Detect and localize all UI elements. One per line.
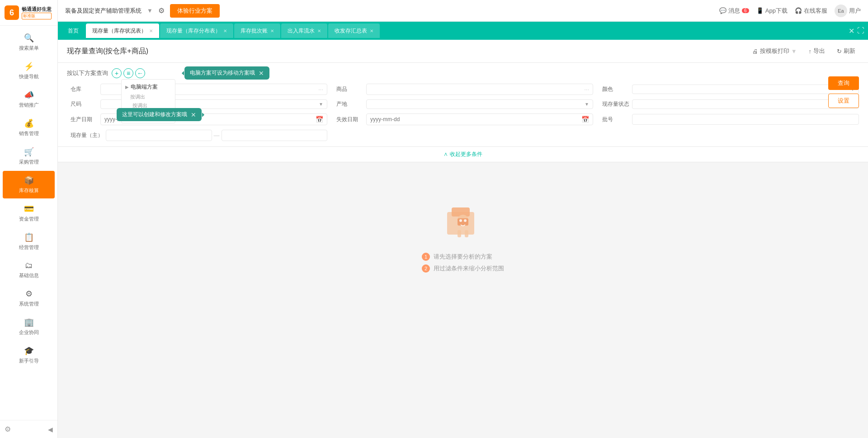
sidebar-item-purchase[interactable]: 🛒采购管理 (3, 142, 55, 170)
sidebar-item-inventory[interactable]: 📦库存核算 (3, 171, 55, 198)
scheme-item-1[interactable]: 按调出 (122, 93, 175, 101)
tab-inout-flow[interactable]: 出入库流水✕ (281, 24, 327, 38)
tab-label-inventory-dist: 现存量（库存分布表） (166, 27, 221, 35)
system-name: 装备及固定资产辅助管理系统 (65, 7, 142, 15)
tab-batch-ledger[interactable]: 库存批次账✕ (234, 24, 280, 38)
tab-close-inventory-status[interactable]: ✕ (149, 28, 153, 33)
sales-label: 销售管理 (19, 130, 39, 137)
tab-label-inout-flow: 出入库流水 (288, 27, 315, 35)
refresh-btn[interactable]: ↻ 刷新 (833, 45, 859, 57)
sidebar-item-enterprise[interactable]: 🏢企业协同 (3, 313, 55, 340)
svg-point-5 (464, 219, 467, 222)
sidebar-item-guide[interactable]: 🎓新手引导 (3, 341, 55, 369)
experience-btn[interactable]: 体验行业方案 (170, 4, 220, 18)
svg-rect-1 (452, 207, 470, 217)
purchase-label: 采购管理 (19, 159, 39, 165)
production-date-icon[interactable]: 📅 (316, 116, 323, 123)
sidebar-item-marketing[interactable]: 📣营销推广 (3, 85, 55, 113)
user-avatar: Ea (835, 5, 847, 17)
operation-label: 经营管理 (19, 244, 39, 251)
tab-recv-send[interactable]: 收发存汇总表✕ (328, 24, 380, 38)
print-icon: 🖨 (752, 48, 758, 55)
batch-no-input[interactable] (636, 116, 855, 122)
basic-label: 基础信息 (19, 272, 39, 279)
quick-nav-label: 快捷导航 (19, 73, 39, 80)
size-arrow[interactable]: ▼ (319, 102, 323, 107)
enterprise-label: 企业协同 (19, 329, 39, 336)
expiry-date-icon[interactable]: 📅 (581, 116, 589, 123)
tab-close-batch-ledger[interactable]: ✕ (270, 28, 274, 33)
topbar-dropdown-icon[interactable]: ▼ (147, 7, 153, 14)
purchase-icon: 🛒 (24, 147, 34, 157)
warehouse-dots[interactable]: ··· (318, 86, 323, 93)
inventory-main-to-input[interactable] (226, 132, 324, 139)
basic-icon: 🗂 (25, 261, 33, 270)
sidebar-item-system[interactable]: ⚙系统管理 (3, 284, 55, 312)
online-service-btn[interactable]: 🎧 在线客服 (795, 7, 827, 15)
tab-close-recv-send[interactable]: ✕ (370, 28, 373, 33)
add-scheme-btn[interactable]: + (112, 68, 122, 78)
search-btn[interactable]: 查询 (828, 76, 859, 90)
svg-rect-3 (458, 218, 468, 226)
print-btn[interactable]: 🖨 按模板打印 ▼ (749, 45, 801, 57)
reset-btn[interactable]: 设置 (828, 94, 859, 108)
marketing-icon: 📣 (24, 90, 34, 100)
logo-text: 畅通通好生意 标准版 (22, 6, 52, 19)
sidebar-item-basic[interactable]: 🗂基础信息 (3, 256, 55, 283)
back-scheme-btn[interactable]: ← (135, 68, 145, 78)
system-icon: ⚙ (25, 289, 33, 299)
page-actions: 🖨 按模板打印 ▼ ↑ 导出 ↻ 刷新 (749, 45, 859, 57)
refresh-icon: ↻ (837, 48, 842, 55)
message-icon: 💬 (719, 7, 726, 14)
origin-arrow[interactable]: ▼ (585, 102, 589, 107)
tab-label-recv-send: 收发存汇总表 (335, 27, 367, 35)
sidebar-bottom: ⚙ ◀ (0, 420, 57, 438)
guide-icon: 🎓 (24, 346, 34, 356)
svg-rect-6 (458, 230, 461, 237)
field-expiry-date: 失效日期 📅 (336, 113, 593, 125)
collapse-bar[interactable]: ∧ 收起更多条件 (58, 147, 868, 162)
tab-close-inventory-dist[interactable]: ✕ (223, 28, 227, 33)
edit-scheme-btn[interactable]: ≡ (123, 68, 133, 78)
filter-section: 按以下方案查询 + ≡ ← 电脑方案可设为移动方案哦 ✕ ▶ 电脑端方案 (58, 63, 868, 147)
tab-fullscreen-icon[interactable]: ⛶ (857, 27, 864, 35)
empty-tip-2: 2 用过滤条件来缩小分析范围 (422, 264, 504, 273)
enterprise-icon: 🏢 (24, 317, 34, 327)
marketing-label: 营销推广 (19, 102, 39, 108)
system-label: 系统管理 (19, 301, 39, 307)
search-buttons: 查询 设置 (828, 76, 859, 108)
empty-state: 1 请先选择要分析的方案 2 用过滤条件来缩小分析范围 (58, 162, 868, 309)
sidebar-item-sales[interactable]: 💰销售管理 (3, 114, 55, 141)
tooltip2-close[interactable]: ✕ (191, 111, 196, 118)
empty-tips: 1 请先选择要分析的方案 2 用过滤条件来缩小分析范围 (422, 253, 504, 273)
sidebar-item-quick-nav[interactable]: ⚡快捷导航 (3, 57, 55, 85)
field-size: 尺码 ▼ (71, 99, 327, 109)
operation-icon: 📋 (24, 232, 34, 242)
sidebar-item-finance[interactable]: 💳资金管理 (3, 199, 55, 227)
export-btn[interactable]: ↑ 导出 (805, 45, 829, 57)
sidebar: 6 畅通通好生意 标准版 🔍搜索菜单⚡快捷导航📣营销推广💰销售管理🛒采购管理📦库… (0, 0, 58, 438)
field-inventory-main: 现存量（主） — (71, 130, 327, 141)
settings-icon[interactable]: ⚙ (5, 425, 11, 433)
sidebar-item-operation[interactable]: 📋经营管理 (3, 228, 55, 255)
tooltip1-close[interactable]: ✕ (259, 70, 264, 77)
page-header: 现存量查询(按仓库+商品) 🖨 按模板打印 ▼ ↑ 导出 ↻ 刷新 (58, 40, 868, 63)
message-btn[interactable]: 💬 消息 6 (719, 7, 749, 15)
expiry-date-input[interactable] (370, 116, 580, 122)
tab-home[interactable]: 首页 (61, 24, 85, 38)
tab-close-inout-flow[interactable]: ✕ (317, 28, 321, 33)
app-download-btn[interactable]: 📱 App下载 (756, 7, 788, 15)
user-btn[interactable]: Ea 用户 (835, 5, 861, 17)
tab-inventory-dist[interactable]: 现存量（库存分布表）✕ (160, 24, 233, 38)
topbar-right: 💬 消息 6 📱 App下载 🎧 在线客服 Ea 用户 (719, 5, 861, 17)
collapse-icon[interactable]: ◀ (48, 426, 53, 433)
topbar-settings-icon[interactable]: ⚙ (158, 6, 165, 15)
goods-dots[interactable]: ··· (584, 86, 589, 93)
headset-icon: 🎧 (795, 7, 802, 14)
tab-inventory-status[interactable]: 现存量（库存状况表）✕ (86, 24, 159, 38)
sales-icon: 💰 (24, 118, 34, 128)
sidebar-item-search-menu[interactable]: 🔍搜索菜单 (3, 28, 55, 56)
filter-label: 按以下方案查询 (67, 69, 108, 77)
inventory-main-from-input[interactable] (110, 132, 208, 139)
tab-close-all-icon[interactable]: ✕ (849, 27, 854, 35)
